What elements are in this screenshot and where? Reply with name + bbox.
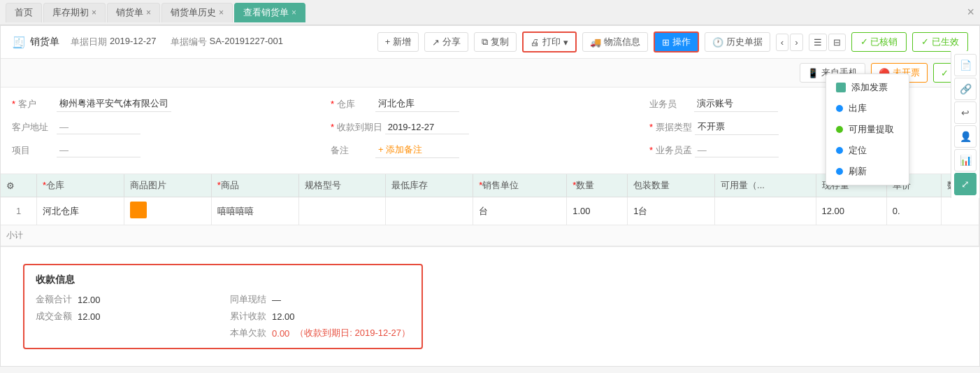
tab-sales-history[interactable]: 销货单历史 × — [161, 3, 233, 22]
staff-label: 业务员 — [649, 98, 691, 111]
project-label: 项目 — [12, 144, 54, 157]
next-button[interactable]: › — [790, 34, 802, 51]
address-value: — — [57, 120, 140, 134]
row-product-img — [124, 197, 211, 225]
tab-inventory-close[interactable]: × — [92, 8, 96, 17]
notes-field: 备注 + 添加备注 — [331, 142, 649, 158]
project-field: 项目 — — [12, 143, 331, 157]
cancelled-label: ✓ 已核销 — [860, 36, 898, 47]
row-quantity: 1.00 — [567, 197, 628, 225]
tab-view-sales[interactable]: 查看销货单 × — [234, 3, 305, 22]
notes-add[interactable]: + 添加备注 — [375, 142, 459, 158]
qty-extract-label: 可用量提取 — [849, 123, 894, 136]
row-min-stock — [386, 197, 473, 225]
col-spec: 规格型号 — [298, 174, 386, 197]
transaction-label: 成交金额 — [36, 310, 72, 323]
salesperson-field: 业务员孟 — — [649, 143, 968, 157]
refresh-label: 刷新 — [849, 165, 867, 178]
tab-sales[interactable]: 销货单 × — [107, 3, 160, 22]
payment-date-value: 2019-12-27 — [385, 120, 469, 134]
tab-inventory[interactable]: 库存期初 × — [43, 3, 106, 22]
tab-view-sales-close[interactable]: × — [291, 8, 296, 17]
tab-sales-label: 销货单 — [116, 6, 143, 19]
grid-view-button[interactable]: ⊟ — [828, 34, 846, 51]
transaction-item: 成交金额 12.00 — [36, 310, 216, 323]
form-row-1: 客户 柳州粤港平安气体有限公司 仓库 河北仓库 业务员 演示账号 — [12, 96, 968, 112]
print-button[interactable]: 🖨 打印 ▾ — [522, 31, 577, 52]
effective-button[interactable]: ✓ 已生效 — [912, 32, 968, 52]
operations-button[interactable]: ⊞ 操作 — [654, 31, 699, 52]
doc-title: 🧾 销货单 — [12, 36, 59, 49]
toolbar: + 新增 ↗ 分享 ⧉ 复制 🖨 打印 ▾ 🚚 物流信息 ⊞ 操作 — [377, 31, 968, 52]
menu-item-locate[interactable]: 定位 — [826, 140, 909, 161]
logistics-button[interactable]: 🚚 物流信息 — [582, 32, 648, 52]
payment-grid: 金额合计 12.00 同单现结 — 成交金额 12.00 累计收款 12.00 — [36, 293, 410, 339]
view-toggle: ☰ ⊟ — [809, 34, 846, 51]
tab-bar: 首页 库存期初 × 销货单 × 销货单历史 × 查看销货单 × × — [0, 0, 980, 25]
sidebar-link-button[interactable]: 🔗 — [954, 78, 977, 100]
staff-value: 演示账号 — [694, 96, 778, 112]
outbound-icon — [836, 105, 843, 112]
menu-item-add-invoice[interactable]: 添加发票 — [826, 77, 909, 98]
share-button[interactable]: ↗ 分享 — [424, 32, 468, 52]
invoice-type-value: 不开票 — [695, 119, 779, 135]
doc-header: 🧾 销货单 单据日期 2019-12-27 单据编号 SA-20191227-0… — [1, 26, 979, 59]
payment-title: 收款信息 — [36, 274, 410, 286]
tab-sales-close[interactable]: × — [146, 8, 151, 17]
subtotal-label: 小计 — [1, 225, 979, 246]
sidebar-doc-button[interactable]: 📄 — [954, 54, 977, 76]
customer-value: 柳州粤港平安气体有限公司 — [57, 96, 171, 112]
print-dropdown-icon: ▾ — [563, 37, 568, 48]
sidebar-user-button[interactable]: 👤 — [954, 125, 977, 148]
add-label: + 新增 — [385, 36, 411, 48]
doc-date-label: 单据日期 — [71, 36, 107, 48]
prev-button[interactable]: ‹ — [776, 34, 788, 51]
sidebar-expand-button[interactable]: ⤢ — [954, 173, 977, 195]
invoice-type-field: 票据类型 不开票 — [649, 119, 968, 135]
locate-icon — [836, 147, 843, 154]
tab-view-sales-label: 查看销货单 — [243, 6, 289, 19]
doc-meta: 单据日期 2019-12-27 单据编号 SA-20191227-001 — [71, 36, 283, 48]
payment-wrapper: 收款信息 金额合计 12.00 同单现结 — 成交金额 12.00 累计收款 1… — [1, 247, 979, 366]
tab-home[interactable]: 首页 — [6, 3, 42, 22]
menu-item-refresh[interactable]: 刷新 — [826, 161, 909, 182]
doc-date-field: 单据日期 2019-12-27 — [71, 36, 157, 48]
menu-item-qty-extract[interactable]: 可用量提取 — [826, 119, 909, 140]
warehouse-value: 河北仓库 — [375, 96, 459, 112]
menu-item-outbound[interactable]: 出库 — [826, 98, 909, 119]
row-available — [715, 197, 816, 225]
row-product: 嘻嘻嘻嘻 — [211, 197, 298, 225]
add-button[interactable]: + 新增 — [377, 32, 419, 52]
col-available: 可用量（... — [715, 174, 816, 197]
cancelled-button[interactable]: ✓ 已核销 — [851, 32, 907, 52]
address-field: 客户地址 — — [12, 120, 331, 134]
col-min-stock: 最低库存 — [386, 174, 473, 197]
form-row-3: 项目 — 备注 + 添加备注 业务员孟 — — [12, 142, 968, 158]
tab-sales-history-close[interactable]: × — [219, 8, 224, 17]
row-warehouse: 河北仓库 — [37, 197, 124, 225]
doc-number-field: 单据编号 SA-20191227-001 — [171, 36, 284, 48]
list-view-button[interactable]: ☰ — [809, 34, 827, 51]
sidebar-chart-button[interactable]: 📊 — [954, 149, 977, 171]
sidebar-undo-button[interactable]: ↩ — [954, 101, 977, 124]
copy-button[interactable]: ⧉ 复制 — [474, 32, 517, 52]
doc-title-text: 销货单 — [30, 36, 59, 48]
print-icon: 🖨 — [531, 37, 540, 48]
staff-field: 业务员 演示账号 — [649, 96, 968, 112]
same-order-item: 同单现结 — — [230, 293, 410, 306]
share-label: 分享 — [442, 36, 461, 48]
accumulated-label: 累计收款 — [230, 310, 266, 323]
dropdown-menu: 添加发票 出库 可用量提取 定位 刷新 — [826, 73, 909, 185]
operations-label: 操作 — [672, 36, 691, 48]
col-quantity: *数量 — [567, 174, 628, 197]
doc-number-label: 单据编号 — [171, 36, 207, 48]
current-debt-value: 0.00 — [272, 328, 289, 339]
global-close-button[interactable]: × — [967, 5, 974, 20]
col-warehouse: *仓库 — [37, 174, 124, 197]
logistics-label: 物流信息 — [604, 36, 640, 48]
history-button[interactable]: 🕐 历史单据 — [705, 32, 770, 52]
subtotal-row: 小计 — [1, 225, 979, 246]
row-extra — [941, 197, 979, 225]
total-amount-item: 金额合计 12.00 — [36, 293, 216, 306]
customer-label: 客户 — [12, 98, 54, 111]
